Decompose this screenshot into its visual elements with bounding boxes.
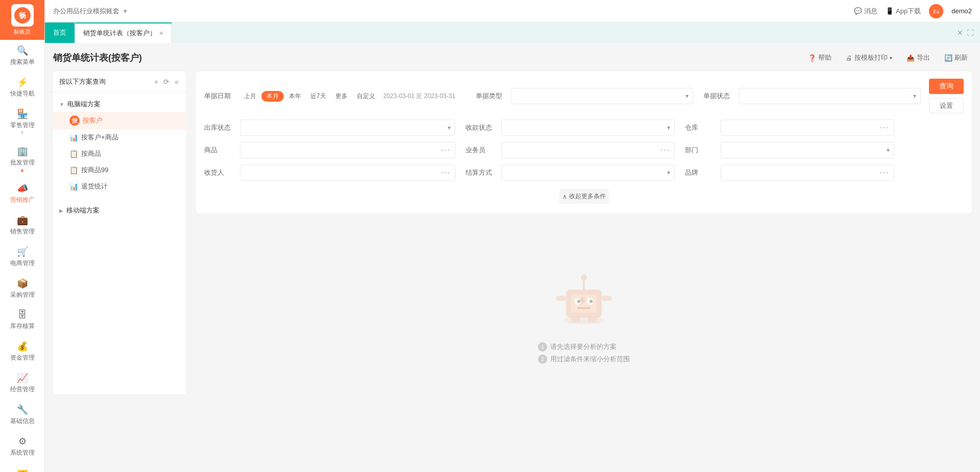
refresh-scheme-icon[interactable]: ⟳: [162, 77, 170, 87]
print-dropdown-icon: ▾: [890, 55, 892, 61]
sidebar-item-basic[interactable]: 🔧 基础信息: [0, 399, 44, 431]
avatar[interactable]: [929, 4, 943, 18]
tree-parent-mobile[interactable]: ▶ 移动端方案: [53, 203, 186, 218]
warehouse-select[interactable]: ···: [721, 120, 894, 136]
sidebar-item-wholesale-label: 批发管理: [10, 158, 35, 167]
tab-close-icon[interactable]: ×: [159, 29, 163, 37]
date-tab-7days[interactable]: 近7天: [306, 91, 330, 102]
topbar-left: 办公用品行业模拟账套 ▾: [53, 7, 127, 16]
department-arrow: ▾: [887, 147, 890, 154]
message-button[interactable]: 💬 消息: [854, 7, 877, 16]
svg-rect-14: [571, 316, 580, 322]
date-tab-this-year[interactable]: 本年: [285, 91, 305, 102]
sidebar-item-inventory-label: 库存核算: [10, 322, 35, 331]
sidebar-item-search[interactable]: 🔍 搜索菜单: [0, 40, 44, 72]
date-label: 单据日期: [204, 91, 240, 101]
receiver-label: 收货人: [204, 168, 240, 177]
finance-icon: 💰: [17, 341, 28, 352]
goods-select[interactable]: ···: [240, 142, 455, 158]
operation-icon: 📈: [17, 372, 28, 384]
tree-child-by-goods[interactable]: 📋 按商品: [53, 146, 186, 162]
basic-icon: 🔧: [17, 404, 28, 415]
ecommerce-icon: 🛒: [17, 246, 28, 257]
filter-row-2: 出库状态 ▾ 收款状态 ▾: [204, 120, 964, 136]
marketing-icon: 📣: [17, 183, 28, 194]
close-window-icon[interactable]: ×: [957, 28, 963, 38]
sidebar-item-finance[interactable]: 💰 资金管理: [0, 336, 44, 367]
date-tab-last-month[interactable]: 上月: [240, 91, 260, 102]
settings-button[interactable]: 设置: [929, 98, 964, 113]
department-select[interactable]: ▾: [721, 142, 894, 158]
refresh-button[interactable]: 🔄 刷新: [940, 51, 972, 64]
sidebar-item-operation[interactable]: 📈 经营管理: [0, 367, 44, 399]
sidebar-item-system[interactable]: ⚙ 系统管理: [0, 431, 44, 462]
sidebar-item-search-label: 搜索菜单: [10, 58, 35, 66]
help-button[interactable]: ❓ 帮助: [804, 51, 836, 64]
tree-child-by-customer-goods[interactable]: 📊 按客户+商品: [53, 129, 186, 146]
svg-rect-13: [602, 296, 612, 301]
app-download-button[interactable]: 📱 App下载: [886, 7, 921, 16]
filter-department: 部门 ▾: [685, 142, 894, 158]
settlement-select[interactable]: ▾: [501, 164, 675, 181]
sidebar-item-shortcuts[interactable]: ⚡ 快捷导航: [0, 72, 44, 103]
filter-receiver: 收货人 ···: [204, 164, 455, 181]
topbar: 办公用品行业模拟账套 ▾ 💬 消息 📱 App下载 demo2: [45, 0, 980, 22]
print-button[interactable]: 🖨 按模板打印 ▾: [842, 51, 896, 64]
order-status-select[interactable]: ▾: [739, 88, 921, 104]
tree-child-by-goods99[interactable]: 📋 按商品99: [53, 162, 186, 178]
tab-home[interactable]: 首页: [45, 22, 75, 43]
tree-arrow-mobile: ▶: [59, 208, 63, 214]
salesperson-select[interactable]: ···: [501, 142, 675, 158]
logo-text: 标账页: [14, 28, 31, 36]
sidebar-item-inventory[interactable]: 🗄 库存核算: [0, 304, 44, 336]
empty-tips: 1 请先选择要分析的方案 2 用过滤条件来缩小分析范围: [538, 342, 630, 364]
date-tab-this-month[interactable]: 本月: [261, 91, 284, 102]
enterprise-icon: 🤝: [17, 467, 28, 472]
maximize-window-icon[interactable]: ⛶: [967, 29, 974, 37]
filter-brand: 品牌 ···: [685, 164, 894, 181]
industry-dropdown-icon[interactable]: ▾: [124, 7, 127, 15]
tip-num-1: 1: [538, 342, 547, 351]
sidebar-item-wholesale[interactable]: 🏢 批发管理 ▲: [0, 140, 44, 178]
page-title: 销货单统计表(按客户): [53, 52, 142, 64]
sidebar-item-marketing[interactable]: 📣 营销推广: [0, 178, 44, 209]
tree-parent-desktop[interactable]: ▼ 电脑端方案: [53, 97, 186, 112]
logo-area[interactable]: 畅 标账页: [0, 0, 44, 40]
goods99-scheme-icon: 📋: [69, 166, 78, 174]
brand-select[interactable]: ···: [721, 164, 894, 181]
tree-child-by-customer[interactable]: 按 按客户: [53, 112, 186, 129]
tip-text-1: 请先选择要分析的方案: [550, 342, 617, 351]
out-status-select[interactable]: ▾: [240, 120, 455, 136]
settlement-arrow: ▾: [667, 169, 670, 176]
content-area: 销货单统计表(按客户) ❓ 帮助 🖨 按模板打印 ▾ 📤 导出 🔄 刷新: [45, 43, 980, 472]
date-tab-custom[interactable]: 自定义: [353, 91, 379, 102]
shortcuts-icon: ⚡: [17, 77, 28, 88]
sidebar-item-ecommerce[interactable]: 🛒 电商管理: [0, 241, 44, 273]
order-type-select[interactable]: ▾: [511, 88, 693, 104]
tree-child-return-stat[interactable]: 📊 退货统计: [53, 178, 186, 195]
message-icon: 💬: [854, 7, 862, 15]
sidebar-item-enterprise[interactable]: 🤝 企业协同: [0, 462, 44, 472]
sidebar-item-sales[interactable]: 💼 销售管理: [0, 209, 44, 241]
collapse-panel-icon[interactable]: «: [174, 77, 180, 87]
tree-section-desktop: ▼ 电脑端方案 按 按客户 📊 按客户+商品 📋: [53, 92, 186, 199]
query-button[interactable]: 查询: [929, 79, 964, 94]
add-scheme-icon[interactable]: +: [153, 77, 159, 87]
sidebar-item-retail[interactable]: 🏪 零售管理 ▼: [0, 103, 44, 140]
date-tab-more[interactable]: 更多: [331, 91, 352, 102]
collapse-more-button[interactable]: ∧ 收起更多条件: [559, 189, 609, 204]
logo-icon: 畅: [11, 4, 34, 27]
empty-state: 1 请先选择要分析的方案 2 用过滤条件来缩小分析范围: [196, 239, 972, 394]
help-icon: ❓: [808, 54, 816, 62]
export-button[interactable]: 📤 导出: [902, 51, 934, 64]
svg-text:畅: 畅: [19, 11, 26, 19]
receiver-select[interactable]: ···: [240, 164, 455, 181]
page-actions: ❓ 帮助 🖨 按模板打印 ▾ 📤 导出 🔄 刷新: [804, 51, 972, 64]
tab-maximize-area: × ⛶: [951, 28, 980, 38]
tip-text-2: 用过滤条件来缩小分析范围: [550, 355, 630, 364]
chevron-down-icon: ▼: [20, 130, 25, 135]
tab-sales-stat[interactable]: 销货单统计表（按客户） ×: [75, 22, 172, 43]
user-name-label[interactable]: demo2: [951, 7, 972, 15]
recv-status-select[interactable]: ▾: [501, 120, 675, 136]
sidebar-item-purchase[interactable]: 📦 采购管理: [0, 273, 44, 304]
